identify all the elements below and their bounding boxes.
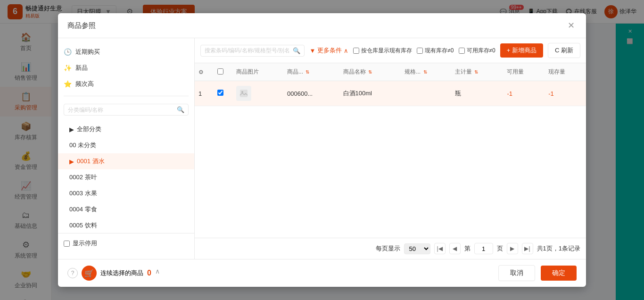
- warehouse-checkbox[interactable]: [353, 48, 359, 54]
- confirm-button[interactable]: 确定: [541, 266, 577, 281]
- add-product-button[interactable]: + 新增商品: [500, 43, 543, 58]
- category-item-all[interactable]: ▶ 全部分类: [58, 121, 194, 137]
- modal-title: 商品参照: [67, 21, 96, 30]
- expand-icon: ▶: [69, 126, 74, 133]
- page-size-select[interactable]: 50 10 20 100: [404, 243, 430, 254]
- footer-info: ? 🛒 连续选择的商品 0 ∧: [67, 266, 493, 281]
- modal-left-panel: 🕒 近期购买 ✨ 新品 ⭐ 频次高 🔍: [58, 38, 195, 259]
- cart-icon[interactable]: 🛒: [82, 266, 97, 281]
- page-unit: 页: [497, 244, 503, 253]
- recent-label: 近期购买: [75, 48, 100, 56]
- new-icon: ✨: [64, 64, 72, 72]
- stock-checkbox[interactable]: [417, 48, 423, 54]
- th-unit[interactable]: 主计量 ⇅: [451, 63, 503, 81]
- td-checkbox[interactable]: [214, 81, 232, 106]
- product-table-wrap: ⚙ 商品图片 商品... ⇅ 商品名称: [195, 63, 586, 238]
- category-item-2[interactable]: 0002 茶叶: [58, 169, 194, 185]
- page-last-button[interactable]: ▶|: [522, 243, 533, 254]
- checkbox-stock[interactable]: 现有库存≠0: [417, 47, 454, 55]
- th-stock: 现存量: [545, 63, 586, 81]
- th-code-label: 商品...: [287, 68, 303, 75]
- product-image: [236, 86, 251, 101]
- product-search-box: 🔍: [200, 45, 305, 57]
- clock-icon: 🕒: [64, 48, 72, 56]
- page-first-button[interactable]: |◀: [434, 243, 446, 254]
- category-search-input[interactable]: [68, 107, 177, 113]
- category-search-box: 🔍: [64, 104, 189, 116]
- warehouse-label: 按仓库显示现有库存: [361, 47, 412, 55]
- th-available: 可用量: [503, 63, 545, 81]
- th-spec[interactable]: 规格... ⇅: [401, 63, 451, 81]
- new-label: 新品: [75, 64, 88, 72]
- sort-icon: ⇅: [305, 69, 309, 75]
- category-label: 0003 水果: [69, 189, 97, 198]
- page-size-label: 每页显示: [376, 244, 400, 253]
- category-item-3[interactable]: 0003 水果: [58, 185, 194, 201]
- category-item-1[interactable]: ▶ 0001 酒水: [58, 153, 194, 169]
- modal-footer: ? 🛒 连续选择的商品 0 ∧ 取消 确定: [58, 259, 586, 287]
- star-icon: ⭐: [64, 80, 72, 88]
- category-label: 0001 酒水: [77, 157, 105, 166]
- td-unit: 瓶: [451, 81, 503, 106]
- sort-icon: ⇅: [368, 69, 372, 75]
- table-header-row: ⚙ 商品图片 商品... ⇅ 商品名称: [195, 63, 586, 81]
- pagination-bar: 每页显示 50 10 20 100 |◀ ◀ 第 页 ▶ ▶| 共1页，1条记录: [195, 238, 586, 259]
- filter-label: 更多条件: [317, 46, 342, 55]
- th-stock-label: 现存量: [548, 68, 565, 75]
- available-checkbox[interactable]: [459, 48, 465, 54]
- product-search-icon[interactable]: 🔍: [293, 47, 300, 54]
- category-item-5[interactable]: 0005 饮料: [58, 217, 194, 233]
- divider: [64, 96, 189, 96]
- th-image-label: 商品图片: [236, 68, 259, 75]
- quick-access-recent[interactable]: 🕒 近期购买: [58, 44, 194, 60]
- td-image: [232, 81, 283, 106]
- td-code: 000600...: [283, 81, 339, 106]
- refresh-button[interactable]: C 刷新: [548, 43, 580, 58]
- expand-icon: ▶: [69, 158, 74, 165]
- th-code[interactable]: 商品... ⇅: [283, 63, 339, 81]
- show-disabled-checkbox[interactable]: [64, 241, 70, 247]
- sort-icon: ⇅: [474, 69, 478, 75]
- category-label: 0004 零食: [69, 205, 97, 214]
- collapse-footer-icon[interactable]: ∧: [155, 267, 166, 279]
- td-available: -1: [503, 81, 545, 106]
- category-label: 全部分类: [77, 125, 101, 133]
- svg-rect-0: [240, 90, 248, 97]
- show-disabled-toggle[interactable]: 显示停用: [58, 233, 194, 253]
- category-item-4[interactable]: 0004 零食: [58, 201, 194, 217]
- modal-toolbar: 🔍 ▼ 更多条件 ∧ 按仓库显示现有库存 现有库存≠0: [195, 38, 586, 63]
- category-label: 00 未分类: [69, 141, 96, 150]
- page-prev-button[interactable]: ◀: [449, 243, 461, 254]
- select-all-checkbox[interactable]: [217, 68, 223, 75]
- th-settings[interactable]: ⚙: [195, 63, 214, 81]
- category-label: 0005 饮料: [69, 221, 97, 230]
- checkbox-available[interactable]: 可用库存≠0: [459, 47, 495, 55]
- modal-close-button[interactable]: ✕: [565, 20, 577, 31]
- show-disabled-label: 显示停用: [73, 239, 97, 248]
- product-table: ⚙ 商品图片 商品... ⇅ 商品名称: [195, 63, 586, 106]
- td-stock: -1: [545, 81, 586, 106]
- page-label: 第: [464, 244, 471, 253]
- th-name[interactable]: 商品名称 ⇅: [339, 63, 401, 81]
- row-checkbox[interactable]: [217, 90, 223, 96]
- modal-overlay: 商品参照 ✕ 🕒 近期购买 ✨ 新品 ⭐ 频次高: [0, 0, 644, 300]
- selected-text: 连续选择的商品: [100, 269, 143, 277]
- category-search-icon[interactable]: 🔍: [177, 106, 184, 113]
- cancel-button[interactable]: 取消: [498, 265, 535, 281]
- page-next-button[interactable]: ▶: [507, 243, 518, 254]
- checkbox-warehouse[interactable]: 按仓库显示现有库存: [353, 47, 412, 55]
- page-number-input[interactable]: [474, 243, 493, 254]
- category-label: 0002 茶叶: [69, 173, 97, 182]
- quick-access-frequent[interactable]: ⭐ 频次高: [58, 76, 194, 92]
- selected-count: 0: [147, 269, 151, 277]
- product-search-input[interactable]: [205, 47, 293, 54]
- help-icon[interactable]: ?: [67, 268, 78, 278]
- th-unit-label: 主计量: [455, 68, 472, 75]
- frequent-label: 频次高: [75, 80, 94, 88]
- td-spec: [401, 81, 451, 106]
- modal-header: 商品参照 ✕: [58, 13, 586, 38]
- quick-access-new[interactable]: ✨ 新品: [58, 60, 194, 76]
- filter-button[interactable]: ▼ 更多条件 ∧: [309, 46, 348, 55]
- table-row[interactable]: 1: [195, 81, 586, 106]
- category-item-0[interactable]: 00 未分类: [58, 137, 194, 153]
